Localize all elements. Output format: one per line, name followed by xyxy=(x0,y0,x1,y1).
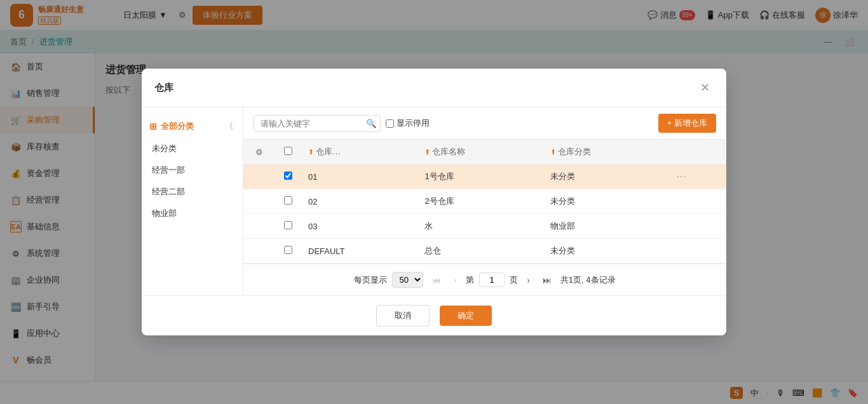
row-code-cell: 01 xyxy=(301,165,417,189)
row-name-cell: 总仓 xyxy=(417,239,543,264)
col-header-name: ⬆ 仓库名称 xyxy=(417,140,543,165)
category-item-property[interactable]: 物业部 xyxy=(142,203,243,224)
row-code-cell: 03 xyxy=(301,214,417,239)
show-disabled-checkbox[interactable] xyxy=(386,119,394,128)
col-header-type: ⬆ 仓库分类 xyxy=(543,140,668,165)
modal-close-button[interactable]: ✕ xyxy=(696,79,714,97)
gear-header-icon: ⚙ xyxy=(255,147,263,157)
category-item-ops1[interactable]: 经营一部 xyxy=(142,159,243,181)
row-check-cell xyxy=(275,165,301,189)
next-page-button[interactable]: › xyxy=(523,274,534,286)
search-input[interactable] xyxy=(254,115,381,132)
col-header-actions xyxy=(668,140,726,165)
modal-right-content: 🔍 显示停用 + 新增仓库 ⚙ xyxy=(243,107,726,295)
modal-footer: 取消 确定 xyxy=(142,295,726,335)
search-submit-button[interactable]: 🔍 xyxy=(366,119,377,128)
row-name-cell: 2号仓库 xyxy=(417,189,543,214)
row-check-cell xyxy=(275,239,301,264)
row-gear-cell xyxy=(243,165,275,189)
page-label: 第 xyxy=(466,274,474,286)
row-gear-cell xyxy=(243,214,275,239)
modal-toolbar: 🔍 显示停用 + 新增仓库 xyxy=(243,107,726,140)
row-type-cell: 未分类 xyxy=(543,189,668,214)
col-header-code: ⬆ 仓库… xyxy=(301,140,417,165)
row-code-cell: DEFAULT xyxy=(301,239,417,264)
per-page-select[interactable]: 50 xyxy=(392,272,423,288)
row-check-cell xyxy=(275,189,301,214)
row-name-cell: 水 xyxy=(417,214,543,239)
col-header-check xyxy=(275,140,301,165)
category-item-ops2[interactable]: 经营二部 xyxy=(142,181,243,203)
table-row[interactable]: 01 1号仓库 未分类 ··· xyxy=(243,165,726,189)
table-row[interactable]: 02 2号仓库 未分类 xyxy=(243,189,726,214)
row-type-cell: 物业部 xyxy=(543,214,668,239)
row-action-cell: ··· xyxy=(668,165,726,189)
row-name-cell: 1号仓库 xyxy=(417,165,543,189)
add-warehouse-button[interactable]: + 新增仓库 xyxy=(658,114,716,133)
modal-title: 仓库 xyxy=(154,82,173,94)
row-gear-cell xyxy=(243,189,275,214)
per-page-label: 每页显示 xyxy=(354,274,387,286)
row-action-cell xyxy=(668,214,726,239)
row-checkbox[interactable] xyxy=(284,172,292,180)
confirm-button[interactable]: 确定 xyxy=(440,306,492,326)
sidebar-collapse-button[interactable]: 《 xyxy=(222,120,235,133)
modal-category-sidebar: ⊞ 全部分类 《 未分类 经营一部 经营二部 物业部 xyxy=(142,107,243,295)
row-checkbox[interactable] xyxy=(284,196,292,205)
row-checkbox[interactable] xyxy=(284,221,292,229)
prev-page-button[interactable]: ‹ xyxy=(450,274,461,286)
warehouse-modal: 仓库 ✕ ⊞ 全部分类 《 未分类 经营一部 经营二部 物业部 xyxy=(142,69,726,335)
grid-icon: ⊞ xyxy=(149,121,157,131)
modal-overlay: 仓库 ✕ ⊞ 全部分类 《 未分类 经营一部 经营二部 物业部 xyxy=(0,0,868,404)
all-category-header[interactable]: ⊞ 全部分类 《 xyxy=(142,115,243,138)
select-all-checkbox[interactable] xyxy=(284,147,292,155)
table-header-row: ⚙ ⬆ 仓库… xyxy=(243,140,726,165)
show-disabled-label[interactable]: 显示停用 xyxy=(386,118,430,129)
table-row[interactable]: DEFAULT 总仓 未分类 xyxy=(243,239,726,264)
last-page-button[interactable]: ⏭ xyxy=(539,274,555,286)
row-action-cell xyxy=(668,189,726,214)
category-item-unclassified[interactable]: 未分类 xyxy=(142,138,243,159)
sort-name-icon: ⬆ xyxy=(424,148,430,156)
page-unit: 页 xyxy=(510,274,518,286)
pagination-bar: 每页显示 50 ⏮ ‹ 第 页 › ⏭ 共1页, 4条记录 xyxy=(243,264,726,295)
cancel-button[interactable]: 取消 xyxy=(376,305,430,327)
row-more-button[interactable]: ··· xyxy=(676,171,686,182)
sort-type-icon: ⬆ xyxy=(550,148,556,156)
table-row[interactable]: 03 水 物业部 xyxy=(243,214,726,239)
row-checkbox[interactable] xyxy=(284,246,292,254)
search-wrap: 🔍 xyxy=(254,115,381,132)
row-gear-cell xyxy=(243,239,275,264)
row-code-cell: 02 xyxy=(301,189,417,214)
col-header-gear: ⚙ xyxy=(243,140,275,165)
warehouse-table: ⚙ ⬆ 仓库… xyxy=(243,140,726,264)
sort-icon: ⬆ xyxy=(308,148,314,156)
row-action-cell xyxy=(668,239,726,264)
page-input[interactable] xyxy=(479,273,505,287)
row-type-cell: 未分类 xyxy=(543,165,668,189)
total-info: 共1页, 4条记录 xyxy=(560,274,616,286)
first-page-button[interactable]: ⏮ xyxy=(428,274,445,286)
row-check-cell xyxy=(275,214,301,239)
modal-header: 仓库 ✕ xyxy=(142,69,726,107)
modal-body: ⊞ 全部分类 《 未分类 经营一部 经营二部 物业部 🔍 xyxy=(142,107,726,295)
row-type-cell: 未分类 xyxy=(543,239,668,264)
